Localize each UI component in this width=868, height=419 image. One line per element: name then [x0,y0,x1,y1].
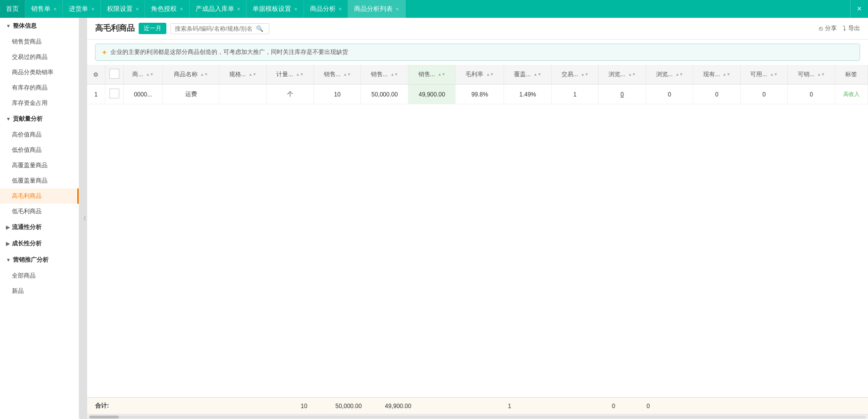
cell-current-stock: 0 [693,85,740,104]
tab-home[interactable]: 首页 [0,0,25,18]
sidebar-item-low-value[interactable]: 低价值商品 [0,142,79,158]
tab-analysis-list-close[interactable]: × [396,6,399,12]
sidebar-item-in-stock[interactable]: 有库存的商品 [0,80,79,95]
col-sales-qty[interactable]: 销售... ▲▼ [313,65,360,85]
cell-coverage: 1.49% [504,85,551,104]
share-button[interactable]: ⎋ 分享 [819,24,837,33]
sidebar-item-category-rate[interactable]: 商品分类助销率 [0,65,79,80]
col-coverage[interactable]: 覆盖... ▲▼ [504,65,551,85]
overall-arrow-icon: ▼ [6,23,11,29]
sort-gross-margin-icon[interactable]: ▲▼ [486,72,494,77]
sort-current-stock-icon[interactable]: ▲▼ [722,72,730,77]
sidebar-item-high-value[interactable]: 高价值商品 [0,127,79,142]
page-title: 高毛利商品 [95,23,135,34]
contribution-arrow-icon: ▼ [6,116,11,122]
sort-name-icon[interactable]: ▲▼ [200,72,208,77]
sidebar-item-all-goods[interactable]: 全部商品 [0,268,79,283]
col-sales-cost[interactable]: 销售... ▲▼ [408,65,455,85]
scrollbar-track[interactable] [89,416,866,419]
col-unit[interactable]: 计量... ▲▼ [266,65,313,85]
sort-view2-icon[interactable]: ▲▼ [675,72,683,77]
tag-label: 高收入 [843,91,860,97]
cell-checkbox[interactable] [105,85,123,104]
tab-permission-close[interactable]: × [136,6,139,12]
col-view2[interactable]: 浏览... ▲▼ [646,65,693,85]
sort-coverage-icon[interactable]: ▲▼ [533,72,541,77]
sort-available-stock-icon[interactable]: ▲▼ [770,72,778,77]
col-tag[interactable]: 标签 [835,65,868,85]
tab-role[interactable]: 角色授权 × [145,0,189,18]
col-transaction[interactable]: 交易... ▲▼ [551,65,598,85]
cell-available-stock: 0 [740,85,787,104]
sort-view1-icon[interactable]: ▲▼ [628,72,636,77]
tab-sales-close[interactable]: × [53,6,56,12]
sidebar-item-high-margin[interactable]: 高毛利商品 [0,188,79,204]
export-button[interactable]: ⤵ 导出 [843,24,860,33]
sort-sales-amount-icon[interactable]: ▲▼ [390,72,398,77]
scrollbar-thumb[interactable] [89,416,119,419]
search-input[interactable] [175,25,254,32]
footer-empty1 [115,403,151,410]
col-checkbox[interactable] [105,65,123,85]
sidebar-item-traded-goods[interactable]: 交易过的商品 [0,49,79,65]
col-code[interactable]: 商... ▲▼ [123,65,163,85]
tab-analysis-close[interactable]: × [339,6,342,12]
col-name[interactable]: 商品名称 ▲▼ [163,65,219,85]
col-saleable-stock[interactable]: 可销... ▲▼ [788,65,835,85]
tab-sales[interactable]: 销售单 × [25,0,63,18]
close-all-button[interactable]: × [850,0,868,18]
search-icon[interactable]: 🔍 [256,25,263,32]
view1-link[interactable]: 0 [620,91,624,98]
col-spec[interactable]: 规格... ▲▼ [219,65,266,85]
sidebar-item-high-coverage[interactable]: 高覆盖量商品 [0,158,79,173]
col-view1[interactable]: 浏览... ▲▼ [599,65,646,85]
select-all-checkbox[interactable] [109,69,119,79]
content-area: 高毛利商品 近一月 🔍 ⎋ 分享 ⤵ 导出 ✦ 企业的主要的利润都是这部分商品创… [87,18,868,419]
footer-empty2 [151,403,210,410]
sidebar-group-overall[interactable]: ▼ 整体信息 [0,18,79,34]
sidebar-group-marketing[interactable]: ▼ 营销推广分析 [0,252,79,268]
horizontal-scrollbar[interactable] [87,414,868,419]
tab-template-close[interactable]: × [294,6,297,12]
sort-sales-cost-icon[interactable]: ▲▼ [438,72,446,77]
row-checkbox[interactable] [109,89,119,98]
sort-sales-qty-icon[interactable]: ▲▼ [343,72,351,77]
tab-role-label: 角色授权 [151,4,177,13]
tab-permission[interactable]: 权限设置 × [101,0,145,18]
cell-saleable-stock: 0 [788,85,835,104]
tab-analysis-list[interactable]: 商品分析列表 × [348,0,405,18]
tab-template[interactable]: 单据模板设置 × [247,0,304,18]
tab-role-close[interactable]: × [180,6,183,12]
sidebar-item-stock-capital[interactable]: 库存资金占用 [0,95,79,111]
sidebar-item-new-goods[interactable]: 新品 [0,283,79,299]
sidebar-group-growth-label: 成长性分析 [12,239,42,248]
tab-sales-label: 销售单 [31,4,51,13]
tab-analysis[interactable]: 商品分析 × [304,0,348,18]
sidebar-group-contribution[interactable]: ▼ 贡献量分析 [0,111,79,127]
sidebar-item-low-margin[interactable]: 低毛利商品 [0,204,79,219]
cell-code: 0000... [123,85,163,104]
sidebar-collapse-button[interactable]: 《 [79,18,87,419]
tab-stock-in-close[interactable]: × [237,6,240,12]
sidebar-group-liquidity[interactable]: ▶ 流通性分析 [0,219,79,235]
col-sales-amount[interactable]: 销售... ▲▼ [361,65,408,85]
cell-view1[interactable]: 0 [599,85,646,104]
filter-recent-month-button[interactable]: 近一月 [139,23,166,34]
col-settings[interactable]: ⚙ [87,65,105,85]
col-available-stock[interactable]: 可用... ▲▼ [740,65,787,85]
cell-spec [219,85,266,104]
sort-code-icon[interactable]: ▲▼ [146,72,154,77]
col-gross-margin[interactable]: 毛利率 ▲▼ [456,65,504,85]
tab-stock-in[interactable]: 产成品入库单 × [190,0,247,18]
sidebar-item-sales-goods[interactable]: 销售货商品 [0,34,79,49]
sidebar-item-low-coverage[interactable]: 低覆盖量商品 [0,173,79,188]
sort-unit-icon[interactable]: ▲▼ [296,72,304,77]
sort-saleable-stock-icon[interactable]: ▲▼ [817,72,825,77]
sort-spec-icon[interactable]: ▲▼ [249,72,256,77]
col-current-stock[interactable]: 现有... ▲▼ [693,65,740,85]
sort-transaction-icon[interactable]: ▲▼ [581,72,589,77]
tab-purchase-close[interactable]: × [91,6,94,12]
tab-purchase[interactable]: 进货单 × [63,0,101,18]
settings-icon[interactable]: ⚙ [93,71,99,78]
sidebar-group-growth[interactable]: ▶ 成长性分析 [0,235,79,252]
